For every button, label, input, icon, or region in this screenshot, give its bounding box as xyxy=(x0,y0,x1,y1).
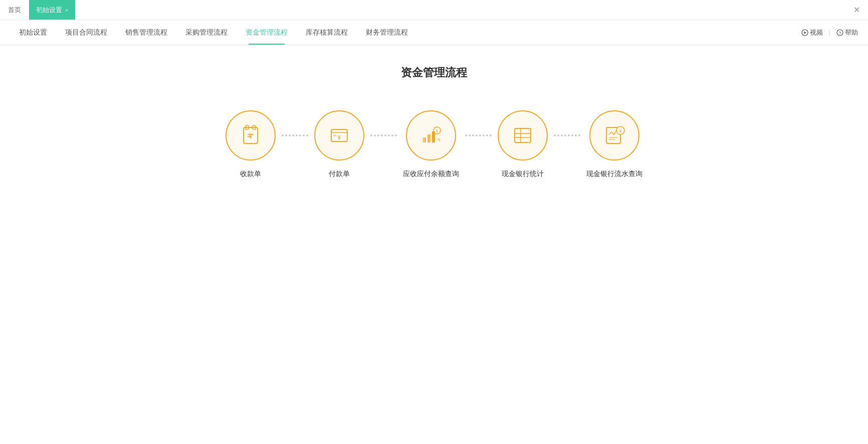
flow-item-balance-query: ¥ 应收应付余额查询 xyxy=(403,110,459,179)
video-link[interactable]: 视频 xyxy=(801,28,823,37)
nav-item-accounting[interactable]: 财务管理流程 xyxy=(357,20,417,45)
flow-item-bank-stats: 现金银行统计 xyxy=(498,110,548,179)
help-link[interactable]: ? 帮助 xyxy=(836,28,858,37)
flow-label-balance-query: 应收应付余额查询 xyxy=(403,170,459,179)
help-label: 帮助 xyxy=(845,28,858,37)
window-close-button[interactable]: ✕ xyxy=(845,0,868,20)
nav-label-project-contract: 项目合同流程 xyxy=(65,28,107,37)
flow-label-receipt: 收款单 xyxy=(240,170,261,179)
connector-3 xyxy=(459,134,498,155)
nav-label-purchase: 采购管理流程 xyxy=(185,28,228,37)
flow-label-payment: 付款单 xyxy=(329,170,350,179)
flow-circle-bank-stats[interactable] xyxy=(498,110,548,161)
page-title: 资金管理流程 xyxy=(10,65,858,80)
nav-bar: 初始设置 项目合同流程 销售管理流程 采购管理流程 资金管理流程 库存核算流程 … xyxy=(0,20,868,45)
flow-container: ¥ 收款单 ¥ 付款单 xyxy=(10,110,858,179)
nav-label-accounting: 财务管理流程 xyxy=(366,28,408,37)
nav-label-inventory: 库存核算流程 xyxy=(306,28,348,37)
svg-marker-1 xyxy=(804,31,806,34)
flow-circle-payment[interactable]: ¥ xyxy=(314,110,364,161)
svg-text:¥: ¥ xyxy=(619,128,622,134)
flow-item-receipt: ¥ 收款单 xyxy=(226,110,276,179)
flow-circle-balance-query[interactable]: ¥ xyxy=(406,110,456,161)
main-content: 资金管理流程 ¥ 收款单 xyxy=(0,45,868,444)
svg-rect-12 xyxy=(427,134,430,142)
svg-text:?: ? xyxy=(838,31,841,36)
flow-item-payment: ¥ 付款单 xyxy=(314,110,364,179)
svg-text:¥: ¥ xyxy=(338,133,341,141)
connector-1 xyxy=(276,134,314,155)
active-tab-label: 初始设置 xyxy=(36,6,62,15)
nav-item-sales[interactable]: 销售管理流程 xyxy=(116,20,176,45)
connector-4 xyxy=(548,134,586,155)
flow-item-bank-statement: ¥ 现金银行流水查询 xyxy=(586,110,642,179)
svg-rect-16 xyxy=(515,128,531,142)
nav-item-purchase[interactable]: 采购管理流程 xyxy=(176,20,237,45)
svg-rect-11 xyxy=(423,137,426,142)
flow-label-bank-statement: 现金银行流水查询 xyxy=(586,170,642,179)
close-tab-icon[interactable]: × xyxy=(65,7,68,13)
nav-label-init-setup: 初始设置 xyxy=(19,28,47,37)
svg-text:¥: ¥ xyxy=(436,128,439,133)
nav-right: 视频 | ? 帮助 xyxy=(801,28,858,37)
flow-circle-receipt[interactable]: ¥ xyxy=(226,110,276,161)
flow-circle-bank-statement[interactable]: ¥ xyxy=(589,110,639,161)
nav-label-sales: 销售管理流程 xyxy=(125,28,167,37)
svg-rect-10 xyxy=(333,134,336,136)
connector-2 xyxy=(364,134,403,155)
nav-label-finance: 资金管理流程 xyxy=(246,28,288,37)
nav-item-init-setup[interactable]: 初始设置 xyxy=(10,20,56,45)
home-tab-label: 首页 xyxy=(8,6,21,15)
top-bar: 首页 初始设置 × ✕ xyxy=(0,0,868,20)
video-label: 视频 xyxy=(810,28,823,37)
active-tab[interactable]: 初始设置 × xyxy=(29,0,75,20)
home-tab[interactable]: 首页 xyxy=(0,0,29,20)
flow-label-bank-stats: 现金银行统计 xyxy=(502,170,544,179)
nav-item-project-contract[interactable]: 项目合同流程 xyxy=(56,20,116,45)
nav-item-inventory[interactable]: 库存核算流程 xyxy=(297,20,357,45)
nav-item-finance[interactable]: 资金管理流程 xyxy=(237,20,297,45)
